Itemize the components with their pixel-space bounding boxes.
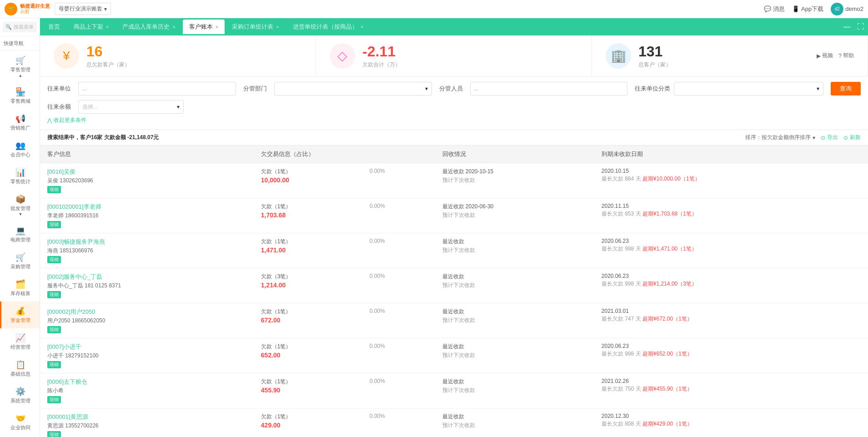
debt-amount[interactable]: 672.00 [261, 316, 355, 324]
username: demo2 [845, 5, 863, 12]
sidebar-item-retail-mall[interactable]: 🏪 零售商城 [0, 82, 40, 109]
basic-info-icon: 📋 [15, 360, 25, 370]
sidebar-item-member[interactable]: 👥 会员中心 [0, 136, 40, 163]
store-selector[interactable]: 母婴行业演示账套 ▾ [55, 3, 111, 15]
avatar: d2 [831, 3, 843, 15]
tab-customer-ledger-close[interactable]: × [216, 24, 218, 30]
member-icon: 👥 [15, 141, 25, 151]
collapse-filters-button[interactable]: ⋀ 收起更多条件 [47, 116, 861, 124]
sidebar-item-finance[interactable]: 💰 资金管理 [0, 301, 40, 328]
debt-info-cell: 欠款（1笔） 652.00 [254, 338, 362, 373]
customer-name-link[interactable]: [0007]小进千 [47, 343, 246, 351]
tab-purchase-stats-by-product-close[interactable]: × [361, 24, 363, 30]
overdue-amount-link[interactable]: 超期¥1,471.00（1笔） [642, 246, 697, 252]
filter-category-select[interactable]: ▾ [674, 82, 823, 95]
collaboration-label: 企业协同 [10, 424, 30, 431]
minimize-button[interactable]: — [842, 23, 853, 31]
debt-amount[interactable]: 10,000.00 [261, 176, 355, 184]
user-menu[interactable]: d2 demo2 [831, 3, 863, 15]
arrow-icon: ▲ [19, 73, 23, 78]
video-icon: ▶ [817, 53, 821, 59]
overdue-days: 最长欠款 884 天 [602, 176, 642, 182]
debt-amount[interactable]: 429.00 [261, 422, 355, 429]
tab-finished-goods[interactable]: 产成品入库单历史 × [116, 20, 181, 34]
customer-name-link[interactable]: [000002]用户2050 [47, 308, 246, 316]
sidebar-item-system[interactable]: ⚙️ 系统管理 [0, 382, 40, 409]
sort-label: 排序：按欠款金额倒序排序 [745, 134, 811, 141]
overdue-info: 最长欠款 998 天 超期¥1,471.00（1笔） [602, 245, 861, 253]
inventory-icon: 🗂️ [15, 279, 25, 289]
customer-name-link[interactable]: [0002]服务中心_丁磊 [47, 273, 246, 281]
export-button[interactable]: ⊙ 导出 [821, 134, 838, 141]
customer-name-link[interactable]: [0006]去下粮仓 [47, 378, 246, 386]
maximize-button[interactable]: ⛶ [855, 23, 866, 31]
filter-person-input[interactable]: ... [470, 82, 628, 95]
refresh-button[interactable]: ⊙ 刷新 [843, 134, 861, 141]
tab-home[interactable]: 首页 [42, 20, 66, 34]
debtors-label: 总欠款客户（家） [86, 61, 130, 69]
tab-product-listing-close[interactable]: × [106, 24, 109, 30]
overdue-amount-link[interactable]: 超期¥10,000.00（1笔） [642, 176, 700, 182]
debt-ratio: 0.00% [370, 343, 428, 349]
sidebar-item-ecommerce[interactable]: 💻 电商管理 [0, 221, 40, 248]
customer-name-link[interactable]: [0016]吴俊 [47, 168, 246, 176]
tab-product-listing[interactable]: 商品上下架 × [67, 20, 115, 34]
overdue-days: 最长欠款 853 天 [602, 211, 642, 217]
debt-amount[interactable]: 1,214.00 [261, 281, 355, 289]
overdue-days: 最长欠款 750 天 [602, 386, 642, 392]
app-download-button[interactable]: 📱 App下载 [792, 5, 823, 13]
next-collection: 预计下次收款 [442, 211, 587, 219]
debt-amount[interactable]: 1,471.00 [261, 246, 355, 254]
filter-balance-arrow: ▾ [177, 104, 180, 110]
filter-department-select[interactable]: ▾ [274, 82, 432, 95]
quick-nav-item[interactable]: 快捷导航 [0, 36, 40, 51]
overdue-amount-link[interactable]: 超期¥652.00（1笔） [642, 351, 692, 357]
message-button[interactable]: 💬 消息 [764, 5, 785, 13]
next-collection: 预计下次收款 [442, 352, 587, 359]
customer-name-link[interactable]: [0001020001]李老师 [47, 203, 246, 211]
video-label: 视频 [822, 52, 833, 60]
customer-name-link[interactable]: [000001]黄思源 [47, 413, 246, 421]
nav-link[interactable]: 示图 [20, 9, 50, 15]
sidebar-item-wholesale[interactable]: 📦 批发管理 ▼ [0, 190, 40, 221]
filter-counterparty-input[interactable]: ... [78, 82, 236, 95]
video-help-button[interactable]: ▶ 视频 [817, 52, 833, 60]
sidebar-item-retail-stats[interactable]: 📊 零售统计 [0, 163, 40, 190]
debt-ratio: 0.00% [370, 308, 428, 314]
debt-amount[interactable]: 1,703.68 [261, 211, 355, 219]
filter-person: 分管人员 ... [439, 82, 628, 95]
tab-purchase-stats-by-product[interactable]: 进货单统计表（按商品） × [286, 20, 370, 34]
sidebar-item-purchase[interactable]: 🛒 采购管理 [0, 248, 40, 275]
tab-purchase-order-stats-close[interactable]: × [276, 24, 279, 30]
marketing-icon: 📢 [15, 114, 25, 124]
overdue-amount-link[interactable]: 超期¥672.00（1笔） [642, 316, 692, 322]
overdue-amount-link[interactable]: 超期¥429.00（1笔） [642, 421, 692, 427]
tab-purchase-order-stats[interactable]: 采购订单统计表 × [226, 20, 285, 34]
debt-amount[interactable]: 455.90 [261, 387, 355, 394]
search-button[interactable]: 查询 [831, 82, 861, 95]
search-menu-input[interactable]: 🔍 搜索菜单 [3, 22, 37, 32]
customer-name-link[interactable]: [0003]畅捷服务尹海燕 [47, 238, 246, 246]
sidebar-item-inventory[interactable]: 🗂️ 库存核算 [0, 275, 40, 301]
next-collection: 预计下次收款 [442, 316, 587, 324]
sidebar-item-collaboration[interactable]: 🤝 企业协同 [0, 409, 40, 436]
retail-stats-icon: 📊 [15, 167, 25, 177]
help-button[interactable]: ? 帮助 [838, 52, 854, 60]
tab-customer-ledger[interactable]: 客户账本 × [183, 20, 225, 34]
debt-count: 欠款（1笔） [261, 413, 355, 421]
debt-amount[interactable]: 652.00 [261, 352, 355, 359]
sidebar-item-retail-mgmt[interactable]: 🛒 零售管理 ▲ [0, 51, 40, 82]
sidebar-item-basic-info[interactable]: 📋 基础信息 [0, 355, 40, 382]
tab-finished-goods-close[interactable]: × [172, 24, 175, 30]
sidebar-item-operations[interactable]: 📈 经营管理 [0, 328, 40, 355]
table-row: [0001020001]李老师 李老师 18600391516 现销 欠款（1笔… [40, 198, 868, 233]
sort-select[interactable]: 排序：按欠款金额倒序排序 ▾ [745, 134, 815, 141]
overdue-amount-link[interactable]: 超期¥455.90（1笔） [642, 386, 692, 392]
overdue-amount-link[interactable]: 超期¥1,214.00（3笔） [642, 281, 697, 287]
overdue-amount-link[interactable]: 超期¥1,703.68（1笔） [642, 211, 697, 217]
sidebar-item-marketing[interactable]: 📢 营销推广 [0, 109, 40, 136]
filter-department: 分管部门 ▾ [243, 82, 432, 95]
filter-balance-select[interactable]: 选择... ▾ [78, 100, 184, 114]
customer-phone: 黄思源 13552700226 [47, 422, 246, 430]
debt-ratio-cell: 0.00% [362, 373, 435, 408]
